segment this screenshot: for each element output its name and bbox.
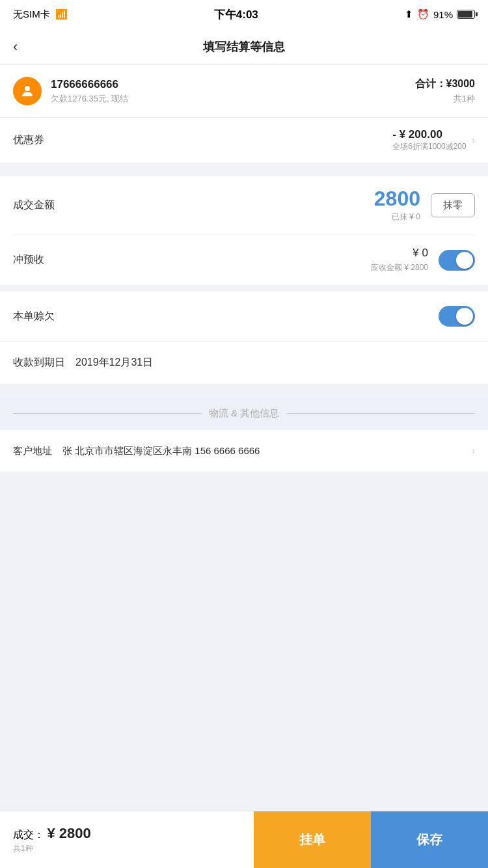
prepay-toggle-knob	[456, 252, 473, 269]
address-label: 客户地址	[13, 445, 52, 457]
customer-info: 17666666666 欠款1276.35元, 现结	[51, 78, 415, 105]
battery-fill	[458, 11, 472, 18]
customer-sub: 欠款1276.35元, 现结	[51, 93, 415, 105]
save-button[interactable]: 保存	[371, 811, 488, 869]
coupon-arrow-icon: ›	[472, 135, 475, 146]
content: 17666666666 欠款1276.35元, 现结 合计：¥3000 共1种 …	[0, 65, 488, 667]
alarm-icon: ⏰	[417, 8, 429, 20]
due-row: 收款到期日 2019年12月31日	[0, 341, 488, 384]
credit-toggle[interactable]	[439, 306, 475, 327]
nav-bar: ‹ 填写结算等信息	[0, 29, 488, 65]
gray-sep-1	[0, 170, 488, 176]
total-count: 共1种	[415, 93, 476, 105]
amount-label: 成交金额	[13, 198, 374, 212]
prepay-toggle[interactable]	[439, 250, 475, 271]
battery-bar	[457, 10, 475, 19]
credit-row: 本单赊欠	[0, 292, 488, 341]
gray-sep-3	[0, 390, 488, 397]
logistics-line-right	[287, 413, 475, 414]
credit-section: 本单赊欠 收款到期日 2019年12月31日	[0, 292, 488, 384]
coupon-desc: 全场6折满1000减200	[392, 141, 466, 152]
amount-right: 2800 已抹 ¥ 0 抹零	[374, 188, 475, 223]
prepay-amount: ¥ 0	[371, 247, 428, 260]
total-amount: 合计：¥3000	[415, 77, 476, 91]
bottom-label: 成交：	[13, 829, 44, 840]
round-zero-button[interactable]: 抹零	[431, 193, 475, 217]
wifi-icon: 📶	[55, 8, 68, 20]
customer-card: 17666666666 欠款1276.35元, 现结 合计：¥3000 共1种 …	[0, 65, 488, 163]
prepay-sub: 应收金额 ¥ 2800	[371, 262, 428, 273]
address-section: 客户地址 张 北京市市辖区海淀区永丰南 156 6666 6666 ›	[0, 430, 488, 472]
gray-sep-2	[0, 285, 488, 292]
amount-value: 2800	[374, 188, 420, 209]
svg-point-0	[25, 86, 30, 91]
bottom-amount: ¥ 2800	[47, 825, 90, 841]
bottom-count: 共1种	[13, 843, 241, 854]
prepay-row: 冲预收 ¥ 0 应收金额 ¥ 2800	[13, 235, 475, 285]
status-bar: 无SIM卡 📶 下午4:03 ⬆ ⏰ 91%	[0, 0, 488, 29]
logistics-divider: 物流 & 其他信息	[0, 397, 488, 430]
coupon-amount-col: - ¥ 200.00 全场6折满1000减200	[392, 128, 466, 152]
bottom-summary: 成交： ¥ 2800 共1种	[0, 825, 254, 854]
customer-phone: 17666666666	[51, 78, 415, 91]
due-date: 2019年12月31日	[75, 356, 153, 370]
amount-section: 成交金额 2800 已抹 ¥ 0 抹零 冲预收 ¥ 0 应收金额 ¥ 2800	[0, 176, 488, 285]
avatar	[13, 77, 42, 105]
amount-row: 成交金额 2800 已抹 ¥ 0 抹零	[13, 176, 475, 235]
coupon-label: 优惠券	[13, 133, 392, 147]
logistics-line-left	[13, 413, 201, 414]
total-info: 合计：¥3000 共1种	[415, 77, 476, 105]
logistics-div-text: 物流 & 其他信息	[209, 407, 279, 420]
status-time: 下午4:03	[214, 7, 258, 22]
status-right: ⬆ ⏰ 91%	[405, 8, 475, 20]
credit-toggle-knob	[456, 308, 473, 325]
bottom-label-row: 成交： ¥ 2800	[13, 825, 241, 842]
amount-sub: 已抹 ¥ 0	[374, 211, 420, 223]
due-label: 收款到期日	[13, 356, 65, 370]
hang-order-button[interactable]: 挂单	[254, 811, 371, 869]
prepay-amount-col: ¥ 0 应收金额 ¥ 2800	[371, 247, 428, 273]
prepay-right: ¥ 0 应收金额 ¥ 2800	[371, 247, 475, 273]
back-button[interactable]: ‹	[8, 33, 23, 61]
prepay-label: 冲预收	[13, 253, 371, 267]
coupon-discount: - ¥ 200.00	[392, 128, 466, 141]
coupon-right: - ¥ 200.00 全场6折满1000减200 ›	[392, 128, 475, 152]
address-value: 张 北京市市辖区海淀区永丰南 156 6666 6666	[62, 443, 461, 459]
location-icon: ⬆	[405, 8, 413, 20]
battery-percent: 91%	[433, 9, 453, 20]
status-left: 无SIM卡 📶	[13, 8, 68, 21]
amount-col: 2800 已抹 ¥ 0	[374, 188, 420, 223]
nav-title: 填写结算等信息	[203, 39, 285, 55]
bottom-space	[0, 478, 488, 608]
bottom-bar: 成交： ¥ 2800 共1种 挂单 保存	[0, 811, 488, 868]
coupon-row[interactable]: 优惠券 - ¥ 200.00 全场6折满1000减200 ›	[0, 118, 488, 163]
address-arrow-icon: ›	[472, 445, 475, 457]
address-row[interactable]: 客户地址 张 北京市市辖区海淀区永丰南 156 6666 6666 ›	[0, 430, 488, 472]
credit-label: 本单赊欠	[13, 310, 439, 323]
sim-text: 无SIM卡	[13, 8, 50, 21]
customer-row: 17666666666 欠款1276.35元, 现结 合计：¥3000 共1种	[0, 65, 488, 118]
